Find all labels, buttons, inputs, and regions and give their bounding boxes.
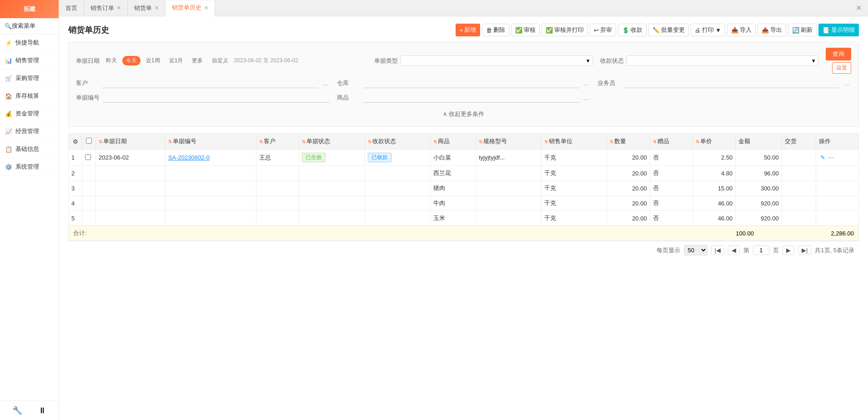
- abandon-button[interactable]: ↩ 弃审: [590, 24, 616, 36]
- collect-button[interactable]: 💲 收款: [618, 24, 647, 36]
- col-date[interactable]: ⇅单据日期: [96, 134, 166, 150]
- date-last7[interactable]: 近1周: [142, 56, 164, 65]
- cell-doc-no[interactable]: SA-20230602-0: [165, 150, 256, 166]
- money-icon: 💰: [5, 110, 13, 118]
- cell-action[interactable]: [816, 196, 858, 211]
- per-page-select[interactable]: 50 100 200: [684, 245, 707, 255]
- delete-button[interactable]: 🗑 删除: [482, 24, 509, 36]
- settings-icon[interactable]: 🔧: [12, 405, 22, 415]
- col-unit[interactable]: ⇅销售单位: [542, 134, 607, 150]
- date-last-month[interactable]: 近1月: [166, 56, 187, 65]
- goods-input[interactable]: [363, 93, 579, 103]
- detail-icon: 📑: [823, 27, 830, 34]
- tab-sales-delivery[interactable]: 销货单 ✕: [128, 0, 166, 16]
- review-icon: ✅: [515, 27, 522, 34]
- sidebar-item-sys-mgmt[interactable]: ⚙️ 系统管理: [0, 158, 59, 176]
- col-settings[interactable]: ⚙: [69, 134, 82, 150]
- doc-no-label: 单据编号: [76, 94, 100, 102]
- sidebar-item-basic-info[interactable]: 📋 基础信息: [0, 140, 59, 158]
- cell-doc-status: [299, 196, 365, 211]
- edit-action-btn[interactable]: ✎: [819, 154, 827, 161]
- col-customer[interactable]: ⇅客户: [256, 134, 299, 150]
- doc-no-link[interactable]: SA-20230602-0: [168, 154, 210, 161]
- last-page-btn[interactable]: ▶|: [798, 245, 811, 255]
- show-detail-button[interactable]: 📑 显示明细: [818, 24, 859, 36]
- cell-goods: 小白菜: [430, 150, 476, 166]
- collapse-conditions[interactable]: ∧ 收起更多条件: [76, 107, 851, 121]
- flash-icon: ⚡: [5, 39, 13, 47]
- date-custom[interactable]: 自定义: [208, 56, 232, 65]
- cell-doc-no[interactable]: [165, 196, 256, 211]
- cell-action[interactable]: [816, 181, 858, 196]
- col-goods[interactable]: ⇅商品: [430, 134, 476, 150]
- customer-ellipsis[interactable]: ...: [321, 80, 330, 87]
- next-page-btn[interactable]: ▶: [783, 245, 794, 255]
- col-price[interactable]: ⇅单价: [692, 134, 735, 150]
- pagination-bar: 每页显示 50 100 200 |◀ ◀ 第 页 ▶ ▶| 共1页, 5条记录: [68, 241, 859, 259]
- add-button[interactable]: + 新增: [456, 24, 481, 36]
- sidebar-item-operations[interactable]: 📈 经营管理: [0, 123, 59, 140]
- import-button[interactable]: 📥 导入: [727, 24, 756, 36]
- salesperson-ellipsis[interactable]: ...: [843, 80, 851, 87]
- close-tab-sales-order[interactable]: ✕: [117, 5, 121, 11]
- collect-status-select[interactable]: ▾: [627, 55, 818, 66]
- col-gift[interactable]: ⇅赠品: [650, 134, 692, 150]
- doc-no-input[interactable]: [102, 93, 330, 103]
- date-today[interactable]: 今天: [122, 56, 140, 65]
- warehouse-ellipsis[interactable]: ...: [582, 80, 591, 87]
- clipboard-icon: 📋: [5, 145, 13, 153]
- export-button[interactable]: 📤 导出: [758, 24, 786, 36]
- warehouse-input[interactable]: [363, 78, 579, 88]
- date-yesterday[interactable]: 昨天: [102, 56, 120, 65]
- review-print-button[interactable]: ✅ 审核并打印: [542, 24, 588, 36]
- first-page-btn[interactable]: |◀: [711, 245, 724, 255]
- sidebar-item-inventory[interactable]: 🏠 库存核算: [0, 87, 59, 105]
- cell-action[interactable]: [816, 211, 858, 226]
- sidebar-item-finance[interactable]: 💰 资金管理: [0, 105, 59, 123]
- sidebar-item-purchase-mgmt[interactable]: 🛒 采购管理: [0, 70, 59, 87]
- row-checkbox[interactable]: [82, 166, 96, 181]
- cell-doc-no[interactable]: [165, 181, 256, 196]
- row-checkbox[interactable]: [82, 150, 96, 166]
- refresh-button[interactable]: 🔄 刷新: [788, 24, 817, 36]
- pause-icon[interactable]: ⏸: [38, 406, 46, 415]
- customer-input[interactable]: [102, 78, 318, 88]
- date-more[interactable]: 更多: [188, 56, 206, 65]
- sidebar-search[interactable]: 🔍 搜索菜单: [0, 18, 59, 34]
- col-collect-status[interactable]: ⇅收款状态: [365, 134, 430, 150]
- col-qty[interactable]: ⇅数量: [607, 134, 650, 150]
- row-checkbox[interactable]: [82, 211, 96, 226]
- print-button[interactable]: 🖨 打印 ▼: [691, 24, 725, 36]
- select-all-checkbox[interactable]: [86, 138, 92, 144]
- close-tab-sales-delivery[interactable]: ✕: [155, 5, 159, 11]
- prev-page-btn[interactable]: ◀: [728, 245, 740, 255]
- tab-home[interactable]: 首页: [59, 0, 84, 16]
- row-checkbox[interactable]: [82, 181, 96, 196]
- cell-action[interactable]: [816, 166, 858, 181]
- cell-doc-no[interactable]: [165, 166, 256, 181]
- col-spec[interactable]: ⇅规格型号: [476, 134, 541, 150]
- salesperson-input[interactable]: [624, 78, 840, 88]
- batch-change-button[interactable]: ✏️ 批量变更: [648, 24, 689, 36]
- col-doc-no[interactable]: ⇅单据编号: [165, 134, 256, 150]
- tab-sales-order[interactable]: 销售订单 ✕: [84, 0, 128, 16]
- review-print-icon: ✅: [546, 27, 553, 34]
- close-tab-sales-history[interactable]: ✕: [204, 5, 208, 11]
- filter-settings-button[interactable]: 设置: [832, 62, 851, 74]
- close-all-tabs[interactable]: ✕: [849, 4, 868, 12]
- total-pages-label: 页: [773, 246, 779, 255]
- cell-doc-no[interactable]: [165, 211, 256, 226]
- row-checkbox[interactable]: [82, 196, 96, 211]
- page-number-input[interactable]: [753, 245, 769, 255]
- goods-ellipsis[interactable]: ...: [582, 95, 591, 101]
- sidebar-item-sales-mgmt[interactable]: 📊 销售管理: [0, 52, 59, 70]
- query-button[interactable]: 查询: [826, 48, 851, 60]
- row-checkbox-input[interactable]: [85, 154, 91, 160]
- cell-action[interactable]: ✎⋯: [816, 150, 858, 166]
- doc-type-select[interactable]: ▾: [401, 55, 592, 66]
- col-doc-status[interactable]: ⇅单据状态: [299, 134, 365, 150]
- tab-sales-history[interactable]: 销货单历史 ✕: [166, 0, 215, 16]
- more-action-btn[interactable]: ⋯: [827, 154, 835, 161]
- review-button[interactable]: ✅ 审核: [511, 24, 540, 36]
- sidebar-item-quick-nav[interactable]: ⚡ 快捷导航: [0, 34, 59, 52]
